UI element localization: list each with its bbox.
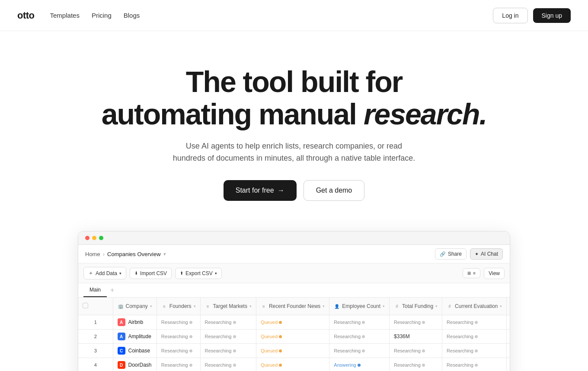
hero-subtext: Use AI agents to help enrich lists, rese…	[173, 140, 415, 165]
nav-links: Templates Pricing Blogs	[50, 12, 140, 19]
cell: Researching	[390, 315, 442, 330]
header-checkbox[interactable]	[78, 298, 113, 315]
col-header-current-eval: # Current Evaluation ▾	[442, 298, 507, 315]
breadcrumb-home[interactable]: Home	[85, 251, 100, 257]
view-options-button[interactable]: ⊞ ≡	[463, 268, 480, 278]
cell: Researching	[157, 344, 200, 358]
cell: Researching	[157, 330, 200, 344]
signup-button[interactable]: Sign up	[533, 8, 571, 23]
cell: Researching	[442, 344, 507, 358]
company-logo: D	[118, 361, 125, 369]
window-maximize-dot	[99, 236, 103, 240]
ai-chat-button[interactable]: ✦ AI Chat	[470, 248, 503, 260]
breadcrumb-chevron-icon: ▾	[163, 251, 166, 257]
cell: Answering	[329, 358, 390, 371]
cell: Researching	[390, 358, 442, 371]
hero-section: The tool built for automating manual res…	[0, 31, 588, 222]
cell: Researching	[200, 315, 256, 330]
sort-icon: ▾	[150, 304, 152, 308]
cell: Researching	[200, 358, 256, 371]
export-csv-button[interactable]: ⬆ Export CSV ▾	[175, 268, 222, 279]
logo[interactable]: otto	[17, 10, 35, 21]
tab-bar: Main +	[78, 283, 510, 298]
nav-left: otto Templates Pricing Blogs	[17, 10, 140, 21]
hash-icon: #	[394, 303, 400, 309]
row-extra	[507, 358, 510, 371]
col-add[interactable]: +	[507, 298, 510, 315]
sort-icon-2: ▾	[194, 304, 196, 308]
login-button[interactable]: Log in	[493, 8, 527, 23]
col-header-founders: ≡ Founders ▾	[157, 298, 200, 315]
window-close-dot	[85, 236, 89, 240]
navbar: otto Templates Pricing Blogs Log in Sign…	[0, 0, 588, 31]
col-header-total-funding: # Total Funding ▾	[390, 298, 442, 315]
person-icon: ≡	[161, 303, 167, 309]
row-num: 3	[78, 344, 113, 358]
company-name-text: Coinbase	[128, 348, 150, 354]
share-button[interactable]: 🔗 Share	[435, 248, 467, 260]
building-icon: 🏢	[118, 303, 124, 309]
view-button[interactable]: View	[484, 268, 505, 279]
person-icon-2: 👤	[334, 303, 340, 309]
nav-item-templates[interactable]: Templates	[50, 12, 80, 19]
demo-section: Home › Companies Overview ▾ 🔗 Share ✦ AI…	[0, 231, 588, 371]
company-cell: C Coinbase	[113, 344, 157, 358]
chevron-down-icon: ▾	[119, 271, 121, 276]
table-row[interactable]: 1 A Airbnb Researching Researching Queue…	[78, 315, 510, 330]
list-icon-2: ≡	[205, 303, 211, 309]
col-header-company: 🏢 Company ▾	[113, 298, 157, 315]
sort-icon-5: ▾	[383, 304, 385, 308]
table-container: 🏢 Company ▾ ≡ Founders ▾	[78, 298, 510, 371]
cell: Researching	[200, 344, 256, 358]
table-row[interactable]: 2 A Amplitude Researching Researching Qu…	[78, 330, 510, 344]
col-header-employee-count: 👤 Employee Count ▾	[329, 298, 390, 315]
table-toolbar: ＋ Add Data ▾ ⬇ Import CSV ⬆ Export CSV ▾…	[78, 263, 510, 283]
window-topbar	[78, 231, 510, 245]
demo-window: Home › Companies Overview ▾ 🔗 Share ✦ AI…	[78, 231, 510, 371]
row-num: 1	[78, 315, 113, 330]
sort-icon-4: ▾	[323, 304, 325, 308]
start-free-button[interactable]: Start for free →	[224, 180, 297, 201]
get-demo-button[interactable]: Get a demo	[304, 180, 365, 201]
col-header-target-markets: ≡ Target Markets ▾	[200, 298, 256, 315]
nav-item-blogs[interactable]: Blogs	[124, 12, 140, 19]
company-name-text: Amplitude	[128, 333, 151, 339]
company-logo: A	[118, 333, 125, 340]
row-extra	[507, 330, 510, 344]
cell: Queued	[256, 358, 329, 371]
cell: Queued	[256, 315, 329, 330]
cell: Researching	[329, 344, 390, 358]
import-csv-button[interactable]: ⬇ Import CSV	[130, 268, 172, 279]
sort-icon-7: ▾	[500, 304, 502, 308]
tab-main[interactable]: Main	[83, 283, 107, 297]
cell: Researching	[390, 344, 442, 358]
plus-icon: ＋	[88, 270, 93, 277]
list-icon-3: ≡	[261, 303, 267, 309]
cell: Researching	[442, 358, 507, 371]
add-data-button[interactable]: ＋ Add Data ▾	[83, 267, 126, 279]
checkbox-icon	[83, 303, 88, 308]
ai-icon: ✦	[475, 251, 479, 257]
table-row[interactable]: 4 D DoorDash Researching Researching Que…	[78, 358, 510, 371]
sort-icon-3: ▾	[249, 304, 252, 308]
cell: Researching	[442, 315, 507, 330]
cell: Researching	[329, 330, 390, 344]
breadcrumb-sep: ›	[103, 251, 105, 257]
hero-headline: The tool built for automating manual res…	[102, 66, 487, 130]
row-extra	[507, 344, 510, 358]
cell: Researching	[157, 358, 200, 371]
chevron-down-icon-2: ▾	[215, 271, 217, 276]
window-actions: 🔗 Share ✦ AI Chat	[435, 248, 503, 260]
import-icon: ⬇	[134, 271, 138, 276]
add-tab-icon[interactable]: +	[107, 285, 118, 296]
breadcrumb: Home › Companies Overview ▾	[85, 251, 166, 257]
sort-icon-6: ▾	[435, 304, 438, 308]
company-logo: A	[118, 318, 125, 326]
nav-item-pricing[interactable]: Pricing	[92, 12, 112, 19]
company-name-text: Airbnb	[128, 319, 144, 325]
hash-icon-2: #	[447, 303, 453, 309]
table-row[interactable]: 3 C Coinbase Researching Researching Que…	[78, 344, 510, 358]
nav-right: Log in Sign up	[493, 8, 571, 23]
breadcrumb-current[interactable]: Companies Overview	[107, 251, 161, 257]
cell: $336M	[390, 330, 442, 344]
